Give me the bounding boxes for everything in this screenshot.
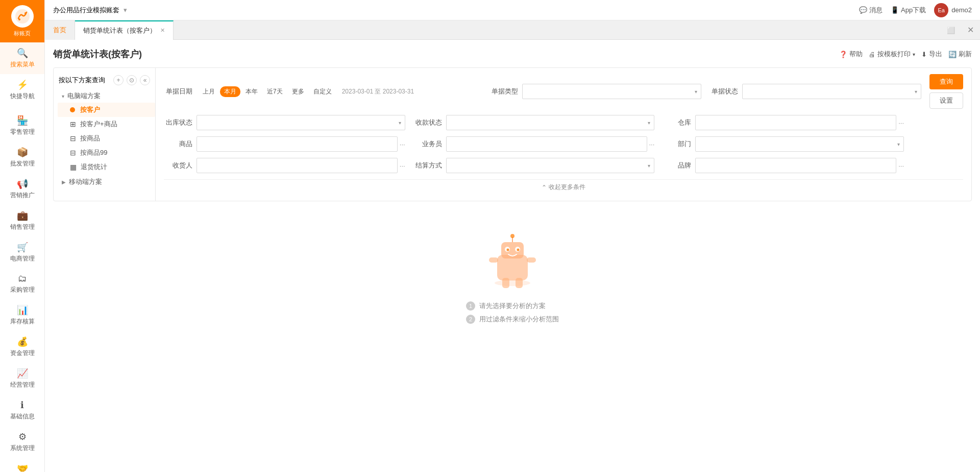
help-button[interactable]: ❓ 帮助 <box>839 50 863 59</box>
filter-order-status: 单据状态 ▾ <box>709 84 921 99</box>
order-type-label: 单据类型 <box>489 87 518 96</box>
collapse-chevron-icon: ⌃ <box>542 184 547 191</box>
delivery-status-select[interactable] <box>197 115 405 130</box>
active-dot-icon <box>70 107 75 112</box>
order-type-select[interactable] <box>522 84 701 99</box>
date-tab-custom[interactable]: 自定义 <box>309 86 336 97</box>
sidebar-item-purchase[interactable]: 🗂 采购管理 <box>0 268 44 299</box>
collapse-button[interactable]: ⌃ 收起更多条件 <box>164 179 963 195</box>
warehouse-dots[interactable]: ··· <box>898 119 904 127</box>
empty-state: 1 请先选择要分析的方案 2 用过滤条件来缩小分析范围 <box>53 201 972 359</box>
scheme-item-by-customer-product[interactable]: ⊞ 按客户+商品 <box>58 117 155 131</box>
filter-container: 按以下方案查询 + ⊙ « ▾ 电脑端方案 <box>53 67 972 201</box>
warehouse-input[interactable] <box>695 115 896 130</box>
filter-row-4: 收货人 ··· 结算方式 ▾ <box>164 158 963 173</box>
brand-input[interactable] <box>695 158 896 173</box>
tab-sales-stat[interactable]: 销货单统计表（按客户） ✕ <box>75 20 174 40</box>
sidebar-item-retail[interactable]: 🏪 零售管理 <box>0 110 44 141</box>
salesperson-dots[interactable]: ··· <box>649 140 655 148</box>
date-tab-7days[interactable]: 近7天 <box>263 86 287 97</box>
scheme-item-by-product-99[interactable]: ⊟ 按商品99 <box>58 146 155 160</box>
scheme-item-return-stat[interactable]: ▦ 退货统计 <box>58 160 155 174</box>
filter-warehouse: 仓库 ··· <box>663 115 904 130</box>
filter-order-type: 单据类型 ▾ <box>489 84 701 99</box>
filter-row-3: 商品 ··· 业务员 ··· 部门 <box>164 136 963 152</box>
filter-right: 单据日期 上月 本月 本年 近7天 更多 自定义 2023-03-01 至 20… <box>156 68 971 201</box>
scheme-item-by-customer[interactable]: 按客户 <box>58 103 155 117</box>
message-button[interactable]: 💬 消息 <box>859 6 883 15</box>
main-area: 办公用品行业模拟账套 ▾ 💬 消息 📱 App下载 Ea demo2 首页 <box>45 0 980 472</box>
sidebar-item-marketing[interactable]: 📢 营销推广 <box>0 173 44 205</box>
print-button[interactable]: 🖨 按模板打印 ▾ <box>869 50 915 59</box>
date-tab-more[interactable]: 更多 <box>288 86 308 97</box>
receiver-dots[interactable]: ··· <box>400 162 405 170</box>
sidebar-item-search[interactable]: 🔍 搜索菜单 <box>0 42 44 74</box>
ecommerce-icon: 🛒 <box>17 242 28 253</box>
sidebar-item-ecommerce[interactable]: 🛒 电商管理 <box>0 237 44 268</box>
department-select[interactable] <box>695 136 904 152</box>
payment-status-select[interactable] <box>446 115 655 130</box>
svg-point-9 <box>517 249 520 251</box>
sidebar-item-sales[interactable]: 💼 销售管理 <box>0 205 44 237</box>
tab-close-icon[interactable]: ✕ <box>160 27 165 34</box>
filter-form: 单据日期 上月 本月 本年 近7天 更多 自定义 2023-03-01 至 20… <box>156 68 971 201</box>
brand-dots[interactable]: ··· <box>898 162 904 170</box>
date-tabs: 上月 本月 本年 近7天 更多 自定义 <box>199 86 336 97</box>
scheme-group-pc-header[interactable]: ▾ 电脑端方案 <box>58 89 155 103</box>
user-menu[interactable]: Ea demo2 <box>934 3 972 17</box>
product-input[interactable] <box>197 136 398 152</box>
sidebar-item-operations[interactable]: 📈 经营管理 <box>0 363 44 394</box>
scheme-item-label: 退货统计 <box>81 162 107 172</box>
settings-button[interactable]: 设置 <box>929 92 963 109</box>
basic-icon: ℹ <box>20 399 24 411</box>
filter-product: 商品 ··· <box>164 136 405 152</box>
sidebar-item-system[interactable]: ⚙ 系统管理 <box>0 426 44 458</box>
sidebar-item-wholesale[interactable]: 📦 批发管理 <box>0 141 44 173</box>
filter-row-1: 单据日期 上月 本月 本年 近7天 更多 自定义 2023-03-01 至 20… <box>164 74 963 109</box>
date-tab-last-month[interactable]: 上月 <box>199 86 219 97</box>
close-window-icon[interactable]: ✕ <box>961 25 980 35</box>
app-download-button[interactable]: 📱 App下载 <box>891 6 926 15</box>
system-icon: ⚙ <box>18 431 27 442</box>
inventory-icon: 📊 <box>17 304 28 316</box>
tab-home[interactable]: 首页 <box>45 20 75 40</box>
add-scheme-button[interactable]: + <box>113 75 124 85</box>
maximize-button[interactable]: ⬜ <box>941 26 961 35</box>
date-tab-this-month[interactable]: 本月 <box>220 86 240 97</box>
page-header: 销货单统计表(按客户) ❓ 帮助 🖨 按模板打印 ▾ ⬇ 导出 🔄 刷新 <box>53 48 972 60</box>
svg-point-1 <box>18 18 20 20</box>
collapse-scheme-button[interactable]: « <box>140 75 150 85</box>
group-arrow-icon: ▾ <box>62 93 64 99</box>
edit-scheme-button[interactable]: ⊙ <box>127 75 137 85</box>
sidebar-item-basic[interactable]: ℹ 基础信息 <box>0 394 44 426</box>
sidebar-item-enterprise[interactable]: 🤝 企业协同 <box>0 458 44 472</box>
order-status-select[interactable] <box>742 84 921 99</box>
svg-point-2 <box>24 12 27 14</box>
sidebar-item-finance[interactable]: 💰 资金管理 <box>0 331 44 363</box>
export-button[interactable]: ⬇ 导出 <box>921 50 942 59</box>
sidebar-item-shortcut[interactable]: ⚡ 快捷导航 <box>0 74 44 106</box>
topbar-dropdown-icon[interactable]: ▾ <box>124 6 127 14</box>
salesperson-label: 业务员 <box>413 139 442 149</box>
tip-text-1: 请先选择要分析的方案 <box>479 301 546 311</box>
scheme-group-mobile-header[interactable]: ▶ 移动端方案 <box>58 175 155 188</box>
query-button[interactable]: 查询 <box>929 74 963 89</box>
scheme-panel-title: 按以下方案查询 <box>59 76 105 85</box>
product-dots[interactable]: ··· <box>400 140 405 148</box>
filter-delivery-status: 出库状态 ▾ <box>164 115 405 130</box>
salesperson-input[interactable] <box>446 136 647 152</box>
date-tab-this-year[interactable]: 本年 <box>241 86 262 97</box>
settlement-select[interactable] <box>446 158 655 173</box>
svg-point-8 <box>507 249 509 251</box>
sidebar-item-inventory[interactable]: 📊 库存核算 <box>0 299 44 331</box>
receiver-input[interactable] <box>197 158 398 173</box>
empty-illustration <box>482 232 543 293</box>
refresh-button[interactable]: 🔄 刷新 <box>948 50 972 59</box>
print-dropdown-icon: ▾ <box>913 52 915 57</box>
scheme-item-label: 按商品 <box>80 134 100 143</box>
date-filter: 单据日期 上月 本月 本年 近7天 更多 自定义 2023-03-01 至 20… <box>164 86 481 97</box>
scheme-item-by-product[interactable]: ⊟ 按商品 <box>58 131 155 146</box>
warehouse-label: 仓库 <box>663 118 691 127</box>
grid-icon: ⊞ <box>70 120 76 128</box>
sidebar-item-label: 快捷导航 <box>10 92 35 101</box>
